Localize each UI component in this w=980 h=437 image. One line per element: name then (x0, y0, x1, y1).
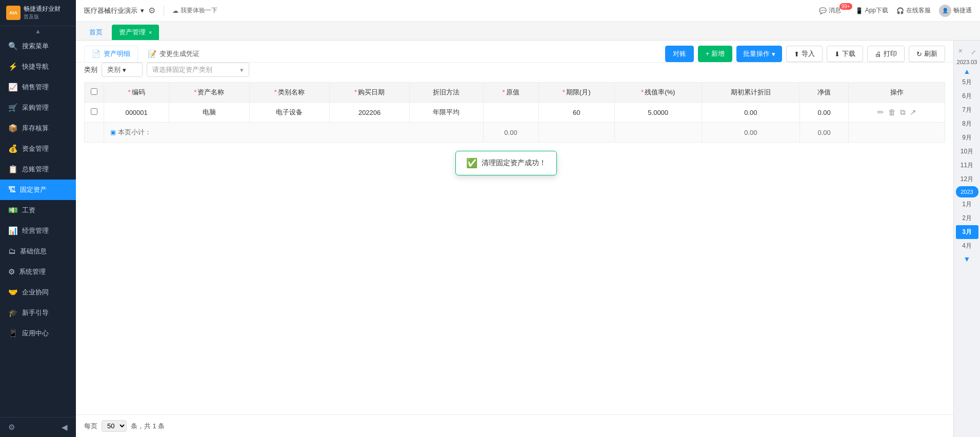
topbar-settings-icon[interactable]: ⚙ (148, 6, 155, 15)
cal-close-button[interactable]: × (954, 45, 967, 57)
category-select[interactable]: 类别 ▾ (102, 63, 143, 77)
sidebar-scroll-up[interactable]: ▲ (0, 26, 76, 36)
delete-icon[interactable]: 🗑 (888, 108, 896, 117)
success-toast: ✅ 清理固定资产成功！ (455, 151, 557, 175)
app-logo-icon: AtA (6, 6, 21, 20)
col-purchase-date: *购买日期 (329, 83, 409, 103)
sidebar-item-purchase[interactable]: 🛒 采购管理 (0, 97, 76, 118)
cal-month-10[interactable]: 10月 (956, 145, 978, 158)
cal-scroll-up-button[interactable]: ▲ (964, 67, 971, 75)
tab-asset-management[interactable]: 资产管理 × (112, 25, 159, 40)
cal-scroll-down-button[interactable]: ▼ (964, 255, 971, 263)
batch-ops-button[interactable]: 批量操作 ▾ (736, 46, 782, 62)
select-all-header[interactable] (85, 83, 104, 103)
pagination: 每页 50 条，共 1 条 (76, 414, 953, 437)
download-button[interactable]: ⬇ 下载 (827, 46, 863, 62)
app-name: 畅捷通好业财 (24, 5, 61, 13)
table-row: 000001 电脑 电子设备 202206 年限平均 60 5.0000 0.0… (85, 103, 945, 123)
cal-month-7[interactable]: 7月 (956, 103, 978, 117)
notifications-button[interactable]: 💬 消息 99+ (819, 6, 847, 15)
category-select-value: 类别 (107, 65, 121, 74)
cell-depreciation-method: 年限平均 (410, 103, 483, 123)
cal-year-badge[interactable]: 2023 (956, 186, 978, 197)
sidebar-item-payroll[interactable]: 💵 工资 (0, 200, 76, 221)
category-label: 类别 (84, 65, 97, 74)
reconcile-button[interactable]: 对账 (665, 46, 694, 62)
cal-month-3[interactable]: 3月 (956, 225, 978, 239)
toast-message: 清理固定资产成功！ (482, 158, 546, 168)
sidebar-item-fixed-assets[interactable]: 🏗 固定资产 (0, 180, 76, 200)
search-icon: 🔍 (8, 42, 18, 51)
subtotal-net: 0.00 (800, 123, 849, 143)
company-selector[interactable]: 医疗器械行业演示 ▾ (84, 6, 144, 15)
cal-month-6[interactable]: 6月 (956, 89, 978, 103)
per-page-select[interactable]: 50 (102, 420, 127, 432)
col-original-value: *原值 (483, 83, 538, 103)
edit-icon[interactable]: ✏ (877, 108, 884, 117)
subtotal-accumulated: 0.00 (702, 123, 800, 143)
sub-tab-asset-detail[interactable]: 📄 资产明细 (84, 46, 138, 62)
apps-icon: 📱 (8, 329, 18, 338)
refresh-button[interactable]: ↻ 刷新 (909, 46, 945, 62)
online-service-button[interactable]: 🎧 在线客服 (896, 6, 931, 15)
tab-close-icon[interactable]: × (149, 29, 152, 35)
user-profile[interactable]: 👤 畅捷通 (939, 5, 972, 17)
sub-tab-voucher[interactable]: 📝 变更生成凭证 (140, 46, 207, 62)
col-depreciation: 折旧方法 (410, 83, 483, 103)
fixed-assets-icon: 🏗 (8, 185, 16, 194)
app-download-button[interactable]: 📱 App下载 (855, 6, 888, 15)
cal-month-1[interactable]: 1月 (956, 197, 978, 211)
sidebar-item-system[interactable]: ⚙ 系统管理 (0, 262, 76, 282)
cal-month-12[interactable]: 12月 (956, 172, 978, 186)
more-icon[interactable]: ↗ (910, 108, 916, 117)
sidebar-item-operations[interactable]: 📊 经营管理 (0, 221, 76, 241)
inventory-icon: 📦 (8, 124, 18, 133)
sales-icon: 📈 (8, 83, 18, 92)
cal-month-4[interactable]: 4月 (956, 239, 978, 253)
main-area: 医疗器械行业演示 ▾ ⚙ ☁ 我要体验一下 💬 消息 99+ 📱 App下载 🎧… (76, 0, 980, 437)
cal-month-11[interactable]: 11月 (956, 158, 978, 172)
avatar: 👤 (939, 5, 951, 17)
system-icon: ⚙ (8, 267, 15, 276)
subtotal-label-cell: ▣ 本页小计： (104, 123, 484, 143)
cal-header: 2023.03 (955, 57, 979, 67)
sidebar-item-ledger[interactable]: 📋 总账管理 (0, 159, 76, 180)
sidebar-item-guide[interactable]: 🎓 新手引导 (0, 303, 76, 323)
sidebar-item-finance[interactable]: 💰 资金管理 (0, 138, 76, 159)
category-dropdown-icon: ▾ (123, 66, 126, 74)
sidebar-item-inventory[interactable]: 📦 库存核算 (0, 118, 76, 138)
cal-month-5[interactable]: 5月 (956, 75, 978, 89)
cal-month-2[interactable]: 2月 (956, 211, 978, 225)
cal-expand-button[interactable]: ⤢ (967, 48, 980, 57)
print-icon: 🖨 (875, 50, 882, 58)
company-dropdown-icon: ▾ (141, 7, 144, 14)
copy-icon[interactable]: ⧉ (900, 108, 906, 117)
collapse-icon[interactable]: ◀ (62, 423, 68, 432)
toolbar-buttons: 对账 + 新增 批量操作 ▾ ⬆ 导入 ⬇ 下载 🖨 (665, 46, 945, 62)
notification-icon: 💬 (819, 7, 827, 14)
sidebar-item-enterprise[interactable]: 🤝 企业协同 (0, 282, 76, 303)
cal-month-8[interactable]: 8月 (956, 117, 978, 131)
col-category: *类别名称 (249, 83, 329, 103)
settings-icon[interactable]: ⚙ (8, 423, 15, 432)
row-checkbox[interactable] (91, 108, 97, 115)
import-button[interactable]: ⬆ 导入 (786, 46, 823, 62)
experience-button[interactable]: ☁ 我要体验一下 (172, 6, 217, 15)
sidebar-item-search[interactable]: 🔍 搜索菜单 (0, 36, 76, 56)
sidebar-item-base-info[interactable]: 🗂 基础信息 (0, 241, 76, 262)
sidebar-item-apps[interactable]: 📱 应用中心 (0, 323, 76, 344)
print-button[interactable]: 🖨 打印 (867, 46, 905, 62)
sidebar: AtA 畅捷通好业财 普及版 ▲ 🔍 搜索菜单 ⚡ 快捷导航 📈 销售管理 🛒 … (0, 0, 76, 437)
right-sidebar-calendar: × ⤢ 2023.03 ▲ 5月 6月 7月 8月 9月 10月 11月 12月… (953, 41, 980, 437)
sidebar-item-sales[interactable]: 📈 销售管理 (0, 77, 76, 97)
category-input[interactable]: 请选择固定资产类别 ▾ (147, 63, 249, 77)
cal-month-9[interactable]: 9月 (956, 131, 978, 145)
new-button[interactable]: + 新增 (698, 46, 732, 62)
sidebar-item-quick-nav[interactable]: ⚡ 快捷导航 (0, 56, 76, 77)
subtotal-row: ▣ 本页小计： 0.00 0.00 0.00 (85, 123, 945, 143)
select-all-checkbox[interactable] (91, 88, 97, 95)
operations-icon: 📊 (8, 226, 18, 235)
cell-net-value: 0.00 (800, 103, 849, 123)
tab-home[interactable]: 首页 (82, 25, 110, 40)
app-version: 普及版 (24, 13, 61, 21)
